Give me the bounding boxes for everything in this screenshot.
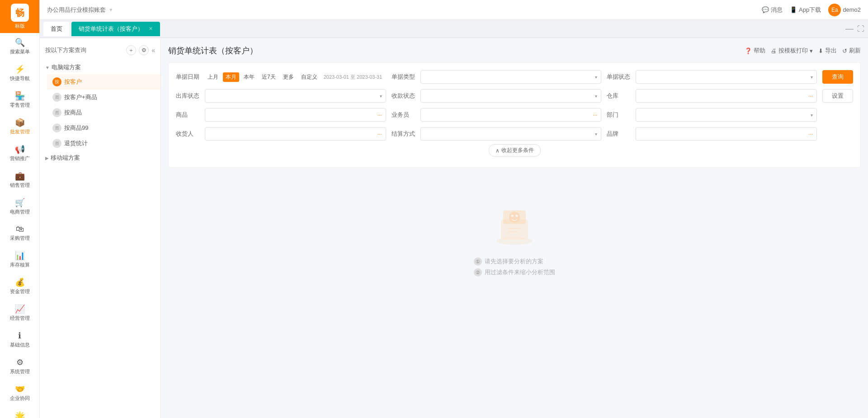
sidebar-item-cooperation[interactable]: 🤝 企业协同 bbox=[0, 380, 39, 406]
app-download-btn[interactable]: 📱 App下载 bbox=[790, 6, 821, 14]
sidebar-item-sales[interactable]: 💼 销售管理 bbox=[0, 166, 39, 193]
active-scheme-icon: 按 bbox=[52, 77, 61, 86]
out-status-dropdown-icon: ▾ bbox=[380, 94, 382, 99]
date-more-btn[interactable]: 更多 bbox=[280, 72, 297, 82]
tab-sales-summary[interactable]: 销货单统计表（按客户） ✕ bbox=[71, 22, 160, 36]
receiver-input[interactable]: ··· bbox=[205, 127, 386, 141]
warehouse-input[interactable]: ··· bbox=[636, 89, 817, 103]
tree-desktop-parent[interactable]: ▼ 电脑端方案 bbox=[40, 61, 160, 74]
refresh-btn[interactable]: ↺ 刷新 bbox=[842, 47, 861, 55]
filter-payment-method: 结算方式 ▾ bbox=[392, 127, 602, 141]
purchase-icon: 🛍 bbox=[16, 224, 24, 234]
query-btn[interactable]: 查询 bbox=[822, 70, 853, 84]
payment-method-dropdown-icon: ▾ bbox=[595, 132, 597, 137]
date-custom-btn[interactable]: 自定义 bbox=[298, 72, 320, 82]
sidebar-item-retail[interactable]: 🏪 零售管理 bbox=[0, 86, 39, 113]
sidebar-item-purchase[interactable]: 🛍 采购管理 bbox=[0, 220, 39, 246]
settings-btn[interactable]: 设置 bbox=[822, 89, 853, 103]
collapse-more-btn[interactable]: ∧ 收起更多条件 bbox=[489, 144, 541, 157]
sidebar-item-marketing[interactable]: 📢 营销推广 bbox=[0, 140, 39, 166]
sidebar-item-quicknav[interactable]: ⚡ 快捷导航 bbox=[0, 60, 39, 86]
date-this-year-btn[interactable]: 本年 bbox=[241, 72, 257, 82]
date-this-month-btn[interactable]: 本月 bbox=[223, 72, 239, 82]
message-icon: 💬 bbox=[762, 6, 769, 13]
sidebar-item-search[interactable]: 🔍 搜索菜单 bbox=[0, 33, 39, 60]
page-title: 销货单统计表（按客户） bbox=[168, 45, 258, 56]
order-status-input[interactable]: ▾ bbox=[636, 70, 817, 84]
warehouse-label: 仓库 bbox=[607, 92, 632, 100]
print-btn[interactable]: 🖨 按模板打印 ▾ bbox=[771, 47, 813, 55]
tab-close-icon[interactable]: ✕ bbox=[149, 26, 153, 31]
sidebar-item-basic[interactable]: ℹ 基础信息 bbox=[0, 326, 39, 353]
sidebar-item-operations[interactable]: 📈 经营管理 bbox=[0, 299, 39, 326]
order-status-dropdown-icon: ▾ bbox=[811, 75, 813, 80]
department-input[interactable]: ▾ bbox=[636, 108, 817, 122]
filter-order-status: 单据状态 ▾ bbox=[607, 70, 817, 84]
brand-input[interactable]: ··· bbox=[636, 127, 817, 141]
sidebar-item-system-label: 系统管理 bbox=[10, 368, 30, 375]
filter-salesperson: 业务员 ··· bbox=[392, 108, 602, 122]
date-7days-btn[interactable]: 近7天 bbox=[259, 72, 278, 82]
finance-icon: 💰 bbox=[15, 277, 25, 287]
tree-child-by-customer-goods-label: 按客户+商品 bbox=[64, 93, 97, 101]
filter-area: 单据日期 上月 本月 本年 近7天 更多 自定义 2023-03-01 至 20… bbox=[176, 70, 853, 141]
sidebar-item-basic-label: 基础信息 bbox=[10, 342, 30, 348]
order-type-label: 单据类型 bbox=[392, 73, 417, 81]
window-minimize-icon[interactable]: — bbox=[845, 24, 854, 33]
settings-scheme-btn[interactable]: ⚙ bbox=[139, 45, 149, 55]
brand-label: 品牌 bbox=[607, 130, 632, 138]
goods-label: 商品 bbox=[176, 111, 201, 119]
top-header: 办公用品行业模拟账套 ▾ 💬 消息 📱 App下载 Ea demo2 bbox=[40, 0, 868, 20]
tree-mobile-arrow: ▶ bbox=[45, 156, 49, 161]
refresh-label: 刷新 bbox=[849, 47, 861, 55]
sidebar-item-ecommerce[interactable]: 🛒 电商管理 bbox=[0, 193, 39, 220]
sidebar-logo[interactable]: 畅 标版 bbox=[0, 0, 39, 33]
main-area: 办公用品行业模拟账套 ▾ 💬 消息 📱 App下载 Ea demo2 首页 销货… bbox=[40, 0, 868, 418]
collapse-more: ∧ 收起更多条件 bbox=[176, 141, 853, 160]
breadcrumb-arrow: ▾ bbox=[109, 6, 113, 13]
tree-child-by-customer[interactable]: 按 按客户 bbox=[47, 74, 160, 90]
receipt-status-input[interactable]: ▾ bbox=[420, 89, 602, 103]
sidebar-item-wholesale[interactable]: 📦 批发管理 bbox=[0, 113, 39, 140]
wholesale-icon: 📦 bbox=[15, 118, 25, 128]
hint-text-1: 请先选择要分析的方案 bbox=[485, 257, 543, 266]
tab-home[interactable]: 首页 bbox=[43, 22, 70, 36]
add-scheme-btn[interactable]: ＋ bbox=[126, 45, 136, 55]
collapse-panel-btn[interactable]: « bbox=[151, 47, 155, 54]
header-left: 办公用品行业模拟账套 ▾ bbox=[47, 6, 113, 14]
print-dropdown-icon: ▾ bbox=[810, 48, 813, 54]
order-type-input[interactable]: ▾ bbox=[420, 70, 602, 84]
sidebar-item-system[interactable]: ⚙ 系统管理 bbox=[0, 353, 39, 380]
date-last-month-btn[interactable]: 上月 bbox=[205, 72, 221, 82]
tree-child-by-customer-goods[interactable]: 图 按客户+商品 bbox=[47, 90, 160, 105]
receiver-label: 收货人 bbox=[176, 130, 201, 138]
tree-mobile-parent[interactable]: ▶ 移动端方案 bbox=[40, 151, 160, 165]
sidebar-item-newbie[interactable]: 🌟 新手引导 bbox=[0, 406, 39, 418]
sidebar-item-inventory-label: 库存核算 bbox=[10, 261, 30, 268]
filter-card: 单据日期 上月 本月 本年 近7天 更多 自定义 2023-03-01 至 20… bbox=[168, 62, 861, 168]
tree-child-by-goods[interactable]: 图 按商品 bbox=[47, 105, 160, 120]
out-status-input[interactable]: ▾ bbox=[205, 89, 386, 103]
left-panel-actions: ＋ ⚙ « bbox=[126, 45, 155, 55]
svg-point-5 bbox=[516, 215, 518, 217]
payment-method-label: 结算方式 bbox=[392, 130, 417, 138]
user-profile-btn[interactable]: Ea demo2 bbox=[828, 4, 861, 16]
tree-child-by-goods99[interactable]: 图 按商品99 bbox=[47, 120, 160, 136]
sidebar-item-inventory[interactable]: 📊 库存核算 bbox=[0, 246, 39, 273]
sidebar-item-finance[interactable]: 💰 资金管理 bbox=[0, 273, 39, 299]
window-maximize-icon[interactable]: ⛶ bbox=[857, 25, 864, 33]
breadcrumb: 办公用品行业模拟账套 bbox=[47, 6, 106, 14]
tree-child-return-stats[interactable]: 图 退货统计 bbox=[47, 136, 160, 151]
payment-method-input[interactable]: ▾ bbox=[420, 127, 602, 141]
goods-input[interactable]: ··· bbox=[205, 108, 386, 122]
department-label: 部门 bbox=[607, 111, 632, 119]
tree-expand-icon: ▼ bbox=[45, 65, 50, 70]
help-btn[interactable]: ❓ 帮助 bbox=[745, 47, 765, 55]
scheme-icon-5: 图 bbox=[52, 139, 61, 148]
hint-item-2: ② 用过滤条件来缩小分析范围 bbox=[474, 268, 555, 276]
export-btn[interactable]: ⬇ 导出 bbox=[818, 47, 837, 55]
filter-row-3: 商品 ··· 业务员 ··· bbox=[176, 108, 817, 122]
message-btn[interactable]: 💬 消息 bbox=[762, 6, 783, 14]
filter-department: 部门 ▾ bbox=[607, 108, 817, 122]
salesperson-input[interactable]: ··· bbox=[420, 108, 602, 122]
